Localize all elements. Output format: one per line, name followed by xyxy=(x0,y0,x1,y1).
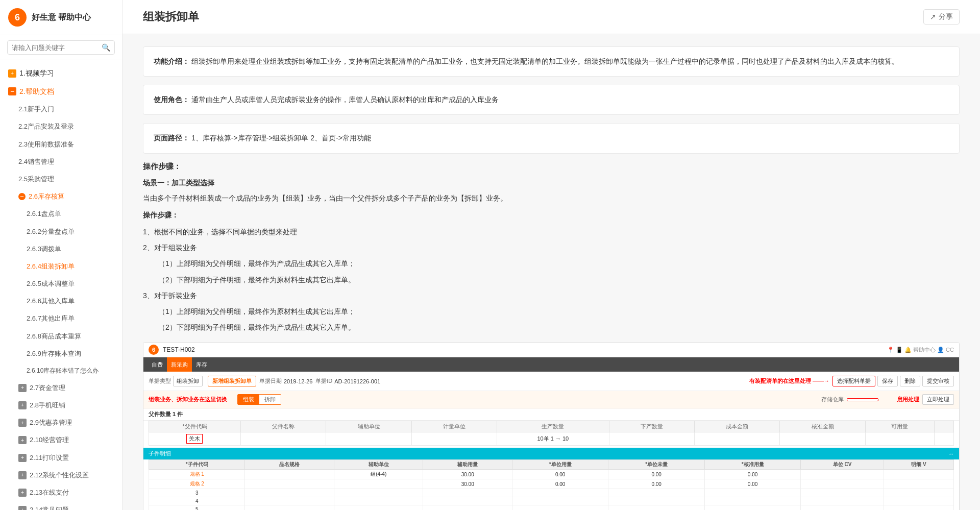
sidebar-item-docs[interactable]: − 2.帮助文档 xyxy=(0,83,122,101)
th-avail: 可用量 xyxy=(865,421,934,432)
sidebar-item-faq[interactable]: + 2.14常见问题 xyxy=(0,501,122,510)
screenshot-mockup: 6 TEST-H002 📍 📱 🔔 帮助中心 👤 CC 自费 新采购 库存 单据… xyxy=(143,342,960,510)
th-child-name: 品名规格 xyxy=(245,460,334,470)
table-row: 5 xyxy=(149,505,954,510)
logo-icon: 6 xyxy=(8,8,27,27)
td-code-inner[interactable]: 关木 xyxy=(186,434,203,444)
mock-system-id: TEST-H002 xyxy=(163,346,195,353)
step3-1: （1）上部明细为父件明细，最终作为原材料生成其它出库单； xyxy=(143,305,960,318)
steps-intro: 操作步骤： xyxy=(143,209,960,222)
sidebar-item-stock-query[interactable]: 2.6.9库存账本查询 xyxy=(0,345,122,362)
table-row: 关木 10单 1 → 10 xyxy=(149,432,954,446)
search-icon[interactable]: 🔍 xyxy=(102,43,110,52)
sidebar-item-online-pay[interactable]: + 2.13在线支付 xyxy=(0,484,122,501)
th-child-code: *子件代码 xyxy=(149,460,245,470)
mock-store-input[interactable] xyxy=(847,398,878,401)
sidebar-item-adjust[interactable]: 2.6.3调拨单 xyxy=(0,240,122,258)
table-row: 4 xyxy=(149,497,954,505)
search-input[interactable] xyxy=(12,44,102,52)
td-aux xyxy=(326,432,411,446)
table-row: 3 xyxy=(149,489,954,497)
mock-nav-caigou[interactable]: 新采购 xyxy=(167,357,192,372)
steps-title: 操作步骤： xyxy=(143,162,960,172)
share-button[interactable]: ↗ 分享 xyxy=(923,9,960,25)
sidebar-item-mobile[interactable]: + 2.8手机旺铺 xyxy=(0,397,122,414)
mock-lower-section-header: 子件明细 ↔ xyxy=(143,448,959,459)
mock-lower-table-wrap: *子件代码 品名规格 辅助单位 辅助用量 *单位用量 *单位未量 *核准用量 单… xyxy=(143,459,959,510)
td-r1-uq: 0.00 xyxy=(512,470,608,479)
td-r4-code: 4 xyxy=(149,497,245,505)
th-prod-qty: 生产数量 xyxy=(497,421,609,432)
mock-lower-icon: ↔ xyxy=(948,451,954,457)
sidebar-item-assembly[interactable]: 2.6.4组装拆卸单 xyxy=(0,258,122,275)
th-actions xyxy=(934,421,953,432)
mock-del-btn[interactable]: 删除 xyxy=(900,376,920,386)
sidebar-item-print[interactable]: + 2.11打印设置 xyxy=(0,449,122,467)
td-r5-code: 5 xyxy=(149,505,245,510)
plus-icon: + xyxy=(8,69,16,78)
plus-icon-4: + xyxy=(18,419,27,427)
sidebar-item-data-prep[interactable]: 2.3使用前数据准备 xyxy=(0,136,122,153)
sidebar-item-other-out[interactable]: 2.6.7其他出库单 xyxy=(0,310,122,327)
th-down-qty: 下产数量 xyxy=(609,421,694,432)
plus-icon-9: + xyxy=(18,506,27,510)
sidebar-item-cost-adjust[interactable]: 2.6.5成本调整单 xyxy=(0,275,122,293)
table-row: 规格 2 30.00 0.00 0.00 0.00 xyxy=(149,479,954,489)
td-r2-aq: 30.00 xyxy=(423,479,512,489)
mock-select-bom[interactable]: 选择配料单据 xyxy=(832,376,875,386)
mock-type-value: 组装拆卸 xyxy=(173,376,203,386)
sidebar-item-stock-wrong[interactable]: 2.6.10库存账本错了怎么办 xyxy=(0,362,122,379)
sidebar-item-other-in[interactable]: 2.6.6其他入库单 xyxy=(0,293,122,310)
th-child-detail: 明细 V xyxy=(884,460,953,470)
role-text: 通常由生产人员或库管人员完成拆装业务的操作，库管人员确认原材料的出库和产成品的入… xyxy=(191,95,499,104)
sidebar-item-video[interactable]: + 1.视频学习 xyxy=(0,64,122,83)
th-cost: 成本金额 xyxy=(694,421,779,432)
mock-nav-bar: 自费 新采购 库存 xyxy=(143,357,959,372)
td-r1-ap: 0.00 xyxy=(704,470,800,479)
sidebar-item-stock-divide[interactable]: 2.6.2分量盘点单 xyxy=(0,223,122,240)
step3-2: （2）下部明细为子件明细，最终作为产成品生成其它入库单。 xyxy=(143,321,960,334)
main-area: 组装拆卸单 ↗ 分享 功能介绍： 组装拆卸单用来处理企业组装或拆卸等加工业务，支… xyxy=(122,0,980,510)
td-down xyxy=(609,432,694,446)
mock-icons-right: 📍 📱 🔔 帮助中心 👤 CC xyxy=(887,346,954,354)
step2: 2、对于组装业务 xyxy=(143,241,960,254)
func-intro-block: 功能介绍： 组装拆卸单用来处理企业组装或拆卸等加工业务，支持有固定装配清单的产品… xyxy=(143,46,960,77)
sidebar-item-inventory[interactable]: − 2.6库存核算 xyxy=(0,188,122,205)
content-area: 功能介绍： 组装拆卸单用来处理企业组装或拆卸等加工业务，支持有固定装配清单的产品… xyxy=(122,34,980,510)
sidebar-item-ops[interactable]: + 2.10经营管理 xyxy=(0,431,122,449)
th-unit: 计量单位 xyxy=(411,421,497,432)
mock-process-btn[interactable]: 立即处理 xyxy=(922,394,954,405)
step2-1: （1）上部明细为父件明细，最终作为产成品生成其它入库单； xyxy=(143,257,960,270)
sidebar-item-new-user[interactable]: 2.1新手入门 xyxy=(0,101,122,118)
mock-tab-assemble[interactable]: 组装 xyxy=(238,395,259,404)
mock-upper-table-title: 父件数量 1 件 xyxy=(143,408,959,421)
td-code: 关木 xyxy=(149,432,241,446)
plus-icon-8: + xyxy=(18,489,27,497)
sidebar-item-stocktake[interactable]: 2.6.1盘点单 xyxy=(0,205,122,223)
td-r1-det xyxy=(884,470,953,479)
mock-lower-title: 子件明细 xyxy=(149,450,171,457)
mock-save-btn[interactable]: 保存 xyxy=(877,376,898,386)
annotation-bom: 有装配清单的在这里处理 ——→ xyxy=(749,377,829,385)
logo-text: 好生意 帮助中心 xyxy=(32,12,91,23)
sidebar-item-cost-reset[interactable]: 2.6.8商品成本重算 xyxy=(0,328,122,345)
mock-nav-kucun[interactable]: 库存 xyxy=(192,357,211,372)
mock-add-btn[interactable]: 新增组装拆卸单 xyxy=(208,376,256,386)
td-r1-cv xyxy=(801,470,884,479)
mock-tab-disassemble[interactable]: 拆卸 xyxy=(259,395,281,404)
sidebar-item-coupon[interactable]: + 2.9优惠券管理 xyxy=(0,414,122,431)
sidebar-item-finance[interactable]: + 2.7资金管理 xyxy=(0,379,122,397)
sidebar-item-custom[interactable]: + 2.12系统个性化设置 xyxy=(0,467,122,484)
th-child-unit-qty2: *单位未量 xyxy=(608,460,704,470)
mock-lower-table: *子件代码 品名规格 辅助单位 辅助用量 *单位用量 *单位未量 *核准用量 单… xyxy=(149,459,954,510)
sidebar-item-purchase[interactable]: 2.5采购管理 xyxy=(0,171,122,188)
search-box: 🔍 xyxy=(0,35,122,60)
mock-nav-zifei[interactable]: 自费 xyxy=(148,357,167,372)
plus-icon-6: + xyxy=(18,454,27,462)
func-intro-text: 组装拆卸单用来处理企业组装或拆卸等加工业务，支持有固定装配清单的产品加工业务，也… xyxy=(191,57,899,65)
sidebar-item-install[interactable]: 2.2产品安装及登录 xyxy=(0,118,122,135)
sidebar-item-sales[interactable]: 2.4销售管理 xyxy=(0,153,122,171)
plus-icon-3: + xyxy=(18,401,27,409)
mock-print-btn[interactable]: 提交审核 xyxy=(922,376,954,386)
search-wrap: 🔍 xyxy=(7,40,115,55)
